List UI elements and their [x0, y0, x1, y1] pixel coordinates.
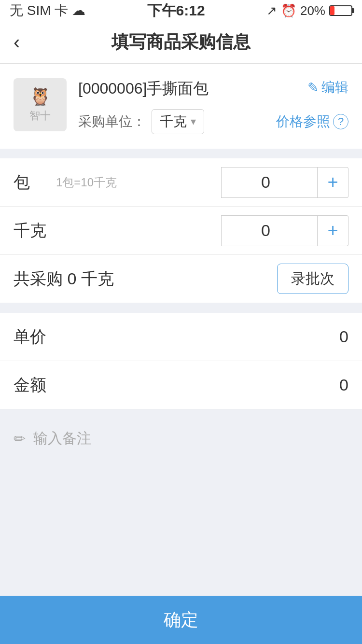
price-section: 单价 0 金额 0 — [0, 313, 362, 409]
unit-label: 采购单位： — [78, 112, 146, 131]
unit-dropdown-arrow-icon: ▾ — [191, 115, 196, 128]
product-header: [0000006]手撕面包 ✎ 编辑 — [78, 78, 348, 99]
location-icon: ↗ — [266, 3, 277, 18]
kg-quantity-input[interactable] — [221, 215, 318, 246]
section-divider-1 — [0, 149, 362, 158]
unit-select[interactable]: 千克 ▾ — [152, 109, 204, 134]
summary-text: 共采购 0 千克 — [14, 268, 114, 290]
amount-row: 金额 0 — [0, 361, 362, 409]
status-time: 下午6:12 — [147, 1, 205, 21]
bag-plus-button[interactable]: + — [318, 167, 348, 198]
edit-button[interactable]: ✎ 编辑 — [307, 78, 348, 97]
kg-input-right: + — [221, 215, 348, 246]
bag-input-row: 包 1包=10千克 + — [0, 158, 362, 207]
pencil-icon: ✏ — [14, 430, 26, 447]
unit-value: 千克 — [160, 112, 187, 131]
bag-label: 包 — [14, 171, 52, 194]
nav-bar: ‹ 填写商品采购信息 — [0, 21, 362, 64]
status-bar: 无 SIM 卡 ☁ 下午6:12 ↗ ⏰ 20% — [0, 0, 362, 21]
unit-price-value: 0 — [339, 327, 348, 346]
product-image-brand: 智十 — [29, 109, 51, 123]
unit-selector-group: 采购单位： 千克 ▾ — [78, 109, 204, 134]
product-unit-row: 采购单位： 千克 ▾ 价格参照 ? — [78, 109, 348, 134]
product-info: [0000006]手撕面包 ✎ 编辑 采购单位： 千克 ▾ 价格参照 ? — [78, 78, 348, 134]
product-card: 🦉 智十 [0000006]手撕面包 ✎ 编辑 采购单位： 千克 ▾ — [0, 64, 362, 149]
status-left: 无 SIM 卡 ☁ — [10, 1, 85, 20]
back-button[interactable]: ‹ — [14, 31, 20, 53]
edit-label: 编辑 — [321, 78, 348, 97]
edit-icon: ✎ — [307, 80, 319, 96]
sim-status: 无 SIM 卡 ☁ — [10, 1, 85, 20]
price-ref-help-icon: ? — [333, 114, 348, 129]
product-image: 🦉 智十 — [14, 78, 67, 131]
kg-label: 千克 — [14, 220, 52, 242]
bag-sub-label: 1包=10千克 — [56, 175, 221, 190]
amount-label: 金额 — [14, 374, 46, 396]
battery-percent: 20% — [300, 3, 325, 18]
bag-input-section: 包 1包=10千克 + 千克 + 共采购 0 千克 录批次 — [0, 158, 362, 303]
unit-price-label: 单价 — [14, 326, 46, 348]
remark-placeholder: 输入备注 — [33, 429, 91, 448]
summary-row: 共采购 0 千克 录批次 — [0, 255, 362, 303]
product-name: [0000006]手撕面包 — [78, 78, 307, 99]
batch-button[interactable]: 录批次 — [277, 264, 348, 294]
battery-fill — [330, 6, 334, 15]
battery-icon — [329, 5, 352, 16]
price-ref-label: 价格参照 — [276, 112, 330, 131]
kg-input-row: 千克 + — [0, 207, 362, 255]
confirm-button[interactable]: 确定 — [0, 596, 362, 644]
alarm-icon: ⏰ — [281, 3, 296, 18]
kg-plus-button[interactable]: + — [318, 215, 348, 246]
bag-input-right: + — [221, 167, 348, 198]
product-image-owl-icon: 🦉 — [29, 86, 51, 107]
price-ref-button[interactable]: 价格参照 ? — [276, 112, 348, 131]
bag-quantity-input[interactable] — [221, 167, 318, 198]
status-right: ↗ ⏰ 20% — [266, 3, 352, 18]
section-divider-2 — [0, 303, 362, 313]
unit-price-row: 单价 0 — [0, 313, 362, 361]
page-title: 填写商品采购信息 — [111, 30, 251, 54]
amount-value: 0 — [339, 376, 348, 394]
remark-section[interactable]: ✏ 输入备注 — [0, 409, 362, 467]
